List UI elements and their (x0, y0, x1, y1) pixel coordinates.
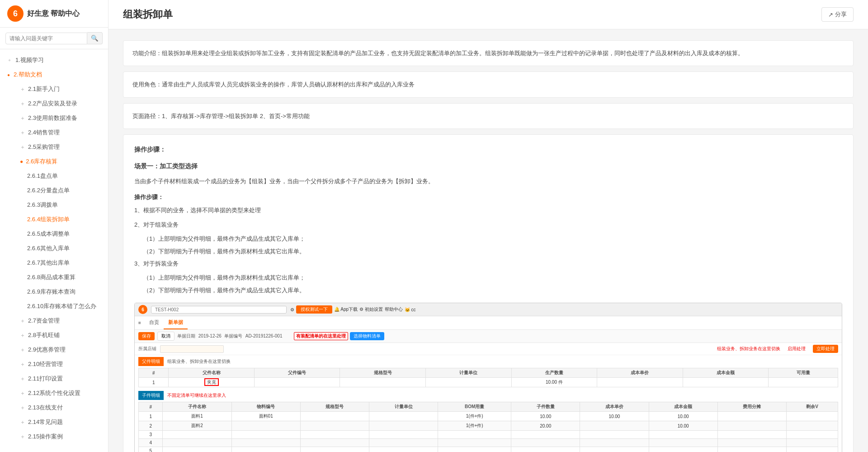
screenshot-field-row: 所属店铺 组装业务、拆卸业务在这里切换 启用处理 立即处理 (135, 343, 842, 355)
screenshot-toolbar: 保存 取消 单据日期 2019-12-26 单据编号 AD-20191226-0… (135, 330, 842, 343)
sidebar-label-videos: 1.视频学习 (15, 56, 44, 64)
annotation2-text: 组装业务、拆卸业务在这里切换 (717, 346, 780, 352)
screenshot-tab-home: 自贡 (145, 316, 164, 329)
screenshot-parent-section: 父件明细 组装业务、拆卸业务在这里切换 (135, 355, 842, 368)
screenshot-topbar: 6 TEST-H002 ⚙ 授权测试一下 🔔 App下载 ⚙ 初始设置 帮助中心… (135, 303, 842, 316)
sidebar-item-videos[interactable]: ＋ 1.视频学习 (0, 53, 108, 67)
scene1-title: 场景一：加工类型选择 (134, 161, 842, 172)
main-header: 组装拆卸单 ↗ 分享 (108, 0, 868, 29)
screenshot-tab-new: 新单据 (164, 316, 188, 329)
logo-text: 好生意 帮助中心 (27, 9, 80, 19)
sidebar-item-split-stock[interactable]: 2.6.2分量盘点单 (16, 183, 108, 198)
scene1-desc: 当由多个子件材料组装成一个成品的业务为【组装】业务，当由一个父件拆分成多个子产品… (134, 176, 842, 186)
sidebar-item-print[interactable]: ＋ 2.11打印设置 (9, 371, 108, 386)
step3-2: （2）下部明细为子件明细，最终作为产成品生成其它入库单。 (134, 285, 842, 295)
share-button[interactable]: ↗ 分享 (821, 7, 854, 22)
screenshot-child-table-wrap: # 子件名称 物料编号 规格型号 计量单位 BOM用量 子件数量 成本单价 成本… (135, 402, 842, 452)
content-area: 功能介绍：组装拆卸单用来处理企业组装或拆卸等加工业务，支持有固定装配清单的产品加… (108, 29, 868, 452)
expand-icon-videos: ＋ (7, 57, 12, 63)
info-box-path: 页面路径：1、库存核算->库存管理->组装拆卸单 2、首页->常用功能 (123, 103, 854, 129)
sidebar-item-faq[interactable]: ＋ 2.14常见问题 (9, 415, 108, 429)
search-input[interactable] (5, 33, 87, 44)
sidebar-item-ledger-fix[interactable]: 2.6.10库存账本错了怎么办 (16, 299, 108, 314)
sidebar-item-other-instock[interactable]: 2.6.6其他入库单 (16, 241, 108, 256)
annotation3-text: 启用处理 (788, 346, 806, 352)
sidebar: 6 好生意 帮助中心 🔍 ＋ 1.视频学习 ● 2.帮助文档 ＋ 2.1新手入门… (0, 0, 108, 452)
sidebar-item-other-outstock[interactable]: 2.6.7其他出库单 (16, 256, 108, 270)
step2-2: （2）下部明细为子件明细，最终作为原材料生成其它出库单。 (134, 246, 842, 257)
search-box: 🔍 (0, 28, 108, 49)
step3-1: （1）上部明细为父件明细，最终作为原材料生成其它出库单； (134, 272, 842, 283)
table-row: 1 面料1 面料01 1(件+件) 10.00 10.00 10.00 (139, 412, 838, 421)
sidebar-item-assembly[interactable]: 2.6.4组装拆卸单 (16, 212, 108, 227)
section-label-top: 父件明细 (138, 357, 164, 366)
sidebar-item-coupon[interactable]: ＋ 2.9优惠券管理 (9, 343, 108, 357)
sidebar-item-cost-adjust[interactable]: 2.6.5成本调整单 (16, 227, 108, 241)
sidebar-item-cases[interactable]: ＋ 2.15操作案例 (9, 429, 108, 444)
sidebar-item-help-docs[interactable]: ● 2.帮助文档 (0, 67, 108, 82)
steps-title2: 操作步骤： (134, 192, 842, 202)
screenshot-child-section: 子件明细 不固定清单可继续在这里录入 (135, 389, 842, 402)
sidebar-item-sales[interactable]: ＋ 2.4销售管理 (9, 125, 108, 140)
sidebar-header: 6 好生意 帮助中心 (0, 0, 108, 28)
table-row: 3 (139, 431, 838, 439)
steps-box: 操作步骤： 场景一：加工类型选择 当由多个子件材料组装成一个成品的业务为【组装】… (123, 134, 854, 452)
screenshot-save-btn: 保存 (138, 332, 155, 340)
annotation1-text: 有装配清单的在这里处理 (294, 332, 348, 340)
share-icon: ↗ (828, 11, 833, 18)
sidebar-item-purchase[interactable]: ＋ 2.5采购管理 (9, 140, 108, 154)
sidebar-item-payment[interactable]: ＋ 2.13在线支付 (9, 400, 108, 415)
table-row: 2 面料2 1(件+件) 20.00 10.00 (139, 421, 838, 431)
expand-icon-help: ● (7, 72, 10, 77)
screenshot-annotation1-area: 有装配清单的在这里处理 选择物料清单 (294, 332, 384, 340)
annotation4-text: 不固定清单可继续在这里录入 (167, 392, 226, 399)
sidebar-item-transfer[interactable]: 2.6.3调拨单 (16, 198, 108, 212)
nav-tree: ＋ 1.视频学习 ● 2.帮助文档 ＋ 2.1新手入门 ＋ 2.2产品安装及登录… (0, 49, 108, 452)
screenshot-confirm-btn: 立即处理 (813, 345, 838, 353)
sidebar-item-stocktake[interactable]: 2.6.1盘点单 (16, 169, 108, 183)
logo-icon: 6 (7, 5, 24, 22)
sidebar-item-inventory[interactable]: ● 2.6库存核算 (9, 154, 108, 169)
step1: 1、根据不同的业务，选择不同单据的类型来处理 (134, 205, 842, 215)
screenshot-material-btn: 选择物料清单 (350, 332, 384, 340)
sidebar-label-help-docs: 2.帮助文档 (14, 71, 42, 79)
op-steps-title: 操作步骤： (134, 144, 842, 155)
sidebar-item-mobile[interactable]: ＋ 2.8手机旺铺 (9, 328, 108, 343)
sidebar-item-finance[interactable]: ＋ 2.7资金管理 (9, 314, 108, 328)
search-button[interactable]: 🔍 (87, 32, 103, 44)
table-row: 4 (139, 439, 838, 447)
main-content: 组装拆卸单 ↗ 分享 功能介绍：组装拆卸单用来处理企业组装或拆卸等加工业务，支持… (108, 0, 868, 452)
sidebar-item-cost-recalc[interactable]: 2.6.8商品成本重算 (16, 270, 108, 285)
sidebar-item-ops[interactable]: ＋ 2.10经营管理 (9, 357, 108, 371)
table-row: 5 (139, 447, 838, 452)
screenshot-nav: ≡ 自贡 新单据 (135, 316, 842, 330)
screenshot-parent-table: # 父件名称 父件编号 规格型号 计量单位 生产数量 成本单价 成本金额 可用量 (138, 368, 838, 387)
screenshot-cancel-btn: 取消 (157, 332, 175, 341)
table-row: 1 夹克 10.00 件 (139, 378, 838, 387)
section-label-bottom: 子件明细 (138, 391, 164, 400)
info-box-intro: 功能介绍：组装拆卸单用来处理企业组装或拆卸等加工业务，支持有固定装配清单的产品加… (123, 40, 854, 66)
screenshot-parent-table-wrap: # 父件名称 父件编号 规格型号 计量单位 生产数量 成本单价 成本金额 可用量 (135, 368, 842, 389)
step2-1: （1）上部明细为父件明细，最终作为产成品生成其它入库单； (134, 233, 842, 244)
screenshot-logo: 6 (138, 305, 147, 314)
step2: 2、对于组装业务 (134, 219, 842, 230)
screenshot: 6 TEST-H002 ⚙ 授权测试一下 🔔 App下载 ⚙ 初始设置 帮助中心… (134, 303, 842, 452)
screenshot-new-btn: 授权测试一下 (296, 305, 332, 314)
page-title: 组装拆卸单 (123, 8, 173, 21)
screenshot-child-table: # 子件名称 物料编号 规格型号 计量单位 BOM用量 子件数量 成本单价 成本… (138, 402, 838, 452)
sidebar-item-personalize[interactable]: ＋ 2.12系统个性化设置 (9, 386, 108, 400)
screenshot-url: TEST-H002 (151, 306, 287, 314)
nav-sub-help: ＋ 2.1新手入门 ＋ 2.2产品安装及登录 ＋ 2.3使用前数据准备 ＋ 2.… (0, 82, 108, 444)
step3: 3、对于拆装业务 (134, 258, 842, 269)
sidebar-item-beginner[interactable]: ＋ 2.1新手入门 (9, 82, 108, 96)
sidebar-item-data-prep[interactable]: ＋ 2.3使用前数据准备 (9, 111, 108, 125)
sidebar-item-ledger-query[interactable]: 2.6.9库存账本查询 (16, 285, 108, 299)
info-box-role: 使用角色：通常由生产人员或库管人员完成拆装业务的操作，库管人员确认原材料的出库和… (123, 71, 854, 97)
sidebar-item-install[interactable]: ＋ 2.2产品安装及登录 (9, 96, 108, 111)
